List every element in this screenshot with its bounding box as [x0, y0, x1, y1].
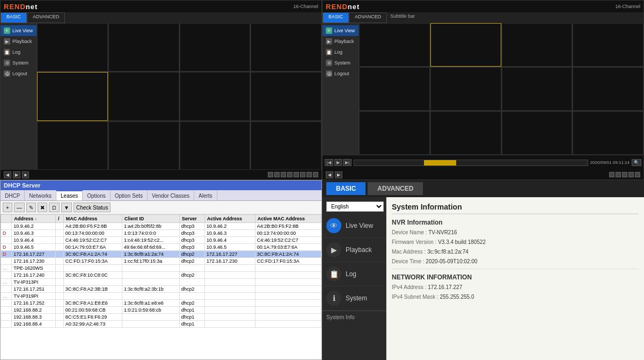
- dhcp-tab-alerts[interactable]: Alerts: [194, 190, 217, 200]
- dhcp-tab-leases[interactable]: Leases: [56, 190, 83, 200]
- layout-btn-6[interactable]: [300, 172, 305, 177]
- nvr-nav-system-1[interactable]: ⚙ System: [1, 57, 36, 68]
- nvr-prev-btn[interactable]: ◀: [4, 171, 11, 178]
- nvr-nav-system-2[interactable]: ⚙ System: [323, 57, 358, 68]
- log-icon-1: 📋: [4, 49, 10, 55]
- dhcp-table-row[interactable]: 172.16.17.2403C:8C:F8:10:C8:0Cdhcp2: [1, 272, 321, 279]
- layout-btn-8[interactable]: [313, 172, 318, 177]
- nvr-info-nav-system[interactable]: ℹ System: [322, 286, 386, 311]
- col-address[interactable]: Address ↕: [12, 215, 56, 223]
- dhcp-table-row[interactable]: D172.16.17.2273C:8C:F8:A1:2A:741:3c:8cf8…: [1, 251, 321, 258]
- col-server[interactable]: Server: [179, 215, 204, 223]
- nvr-panel-2: RENDnet 16-Channel BASIC ADVANCED Subtit…: [322, 0, 644, 180]
- nvr2-btn[interactable]: ◀: [326, 171, 333, 178]
- firmware-value: V3.3.4 build 180522: [438, 239, 486, 245]
- nvr-tab-basic-1[interactable]: BASIC: [1, 12, 27, 23]
- layout-btn-5[interactable]: [294, 172, 299, 177]
- dhcp-add-btn[interactable]: +: [3, 203, 12, 212]
- nvr-nav-live-view-1[interactable]: 👁 Live View: [1, 25, 36, 36]
- col-mac[interactable]: MAC Address: [63, 215, 122, 223]
- dhcp-table-row[interactable]: D10.9.46.500:1A:79:03:E7:6A49:6e:66:6f:6…: [1, 244, 321, 251]
- nvr-cell: [180, 72, 251, 120]
- dhcp-tab-option-sets[interactable]: Option Sets: [111, 190, 148, 200]
- layout-btn-a[interactable]: [609, 172, 614, 177]
- layout-btn-1[interactable]: [268, 172, 273, 177]
- col-client-id[interactable]: Client ID: [122, 215, 179, 223]
- dhcp-table-row[interactable]: …TV-IP313PI: [1, 279, 321, 286]
- language-select[interactable]: English: [326, 201, 384, 212]
- layout-btn-4[interactable]: [287, 172, 292, 177]
- system-info-title: System Information: [392, 203, 639, 214]
- layout-btn-d[interactable]: [628, 172, 634, 177]
- nvr-info-nav-playback[interactable]: ▶ Playback: [322, 238, 386, 262]
- dhcp-tab-options[interactable]: Options: [83, 190, 110, 200]
- nvr-info-tab-basic[interactable]: BASIC: [326, 182, 365, 195]
- dhcp-table-row[interactable]: 192.168.88.4A0:32:99:A2:46:73dhcp1: [1, 321, 321, 328]
- nvr-tab-advanced-1[interactable]: ADVANCED: [27, 12, 65, 23]
- dhcp-table-row[interactable]: 10.9.46.2A4:2B:B0:F5:F2:8B1:a4:2b:b0f5f2…: [1, 223, 321, 230]
- dhcp-tab-dhcp[interactable]: DHCP: [1, 190, 25, 200]
- nvr2-playback-controls: |◀ ▶ ▶|: [325, 159, 352, 166]
- layout-btn-2[interactable]: [274, 172, 280, 177]
- dhcp-table-row[interactable]: 172.16.17.2523C:8C:F8:A1:E8:E61:3c:8cf8:…: [1, 300, 321, 307]
- log-label: Log: [346, 270, 356, 278]
- dhcp-tab-vendor-classes[interactable]: Vendor Classes: [148, 190, 194, 200]
- timeline-bar[interactable]: [354, 160, 588, 166]
- layout-btn-c[interactable]: [622, 172, 627, 177]
- dhcp-table-row[interactable]: 172.16.17.2513C:8C:F8:A2:3B:1B1:3c:8cf8:…: [1, 286, 321, 293]
- dhcp-copy-btn[interactable]: 🗋: [49, 203, 60, 212]
- nvr-grid-1: [37, 23, 321, 170]
- timeline-play-btn[interactable]: ▶: [334, 159, 342, 166]
- layout-btn-e[interactable]: [635, 172, 640, 177]
- dhcp-table-row[interactable]: 192.168.88.38C:C5:E1:F6:F6:29dhcp1: [1, 314, 321, 321]
- nvr-nav-logout-1[interactable]: ⏻ Logout: [1, 68, 36, 79]
- nvr-stop-btn[interactable]: ■: [22, 171, 29, 178]
- nvr-layout-btns: [268, 172, 318, 177]
- nvr-tab-advanced-2[interactable]: ADVANCED: [349, 12, 387, 23]
- layout-btn-3[interactable]: [281, 172, 286, 177]
- nvr-nav-playback-1[interactable]: ▶ Playback: [1, 36, 36, 47]
- nvr-channel-1: 16-Channel: [293, 4, 318, 9]
- nvr-cell-highlighted: [430, 23, 501, 67]
- dhcp-edit-btn[interactable]: ✎: [26, 203, 36, 212]
- nvr-cell: [573, 67, 643, 111]
- nvr-cell: [251, 72, 321, 120]
- nvr-info-tab-advanced[interactable]: ADVANCED: [368, 182, 423, 195]
- dhcp-table-row[interactable]: 10.9.46.4C4:46:19:52:C2:C71:c4:46:19:52:…: [1, 237, 321, 244]
- col-active-mac[interactable]: Active MAC Address: [255, 215, 321, 223]
- timeline-next-btn[interactable]: ▶|: [343, 159, 352, 166]
- nvr2-time: 2020/09/01 09:11:14: [590, 160, 630, 165]
- dhcp-delete-btn[interactable]: ✖: [38, 203, 47, 212]
- dhcp-table-row[interactable]: D10.9.46.300:13:74:00:00:001:0:13:74:0:0…: [1, 230, 321, 237]
- dhcp-remove-btn[interactable]: —: [14, 203, 25, 212]
- layout-btn-7[interactable]: [306, 172, 312, 177]
- nvr-nav-log-1[interactable]: 📋 Log: [1, 47, 36, 57]
- dhcp-table-row[interactable]: 192.168.88.200:21:00:59:68:CB1:0:21:0:59…: [1, 307, 321, 314]
- dhcp-tab-networks[interactable]: Networks: [25, 190, 56, 200]
- timeline-zoom-btn[interactable]: 🔍: [632, 159, 641, 166]
- dhcp-table-row[interactable]: …TPE-1620WS: [1, 265, 321, 272]
- nvr-next-btn[interactable]: ▶: [13, 171, 20, 178]
- dhcp-tabs: DHCP Networks Leases Options Option Sets…: [1, 190, 321, 201]
- nvr2-btn[interactable]: ▶: [335, 171, 342, 178]
- nvr-nav-live-view-2[interactable]: 👁 Live View: [323, 25, 358, 36]
- nvr-nav-log-2[interactable]: 📋 Log: [323, 47, 358, 57]
- nvr-nav-logout-2[interactable]: ⏻ Logout: [323, 68, 358, 79]
- nvr-tab-basic-2[interactable]: BASIC: [323, 12, 349, 23]
- timeline-prev-btn[interactable]: |◀: [325, 159, 333, 166]
- nvr-body-1: 👁 Live View ▶ Playback 📋 Log ⚙ System ⏻ …: [1, 23, 321, 170]
- dhcp-table-row[interactable]: 172.16.17.230CC:FD:17:F0:15:3A1:cc:fd:17…: [1, 258, 321, 265]
- col-active-addr[interactable]: Active Address: [204, 215, 255, 223]
- nvr-nav-playback-2[interactable]: ▶ Playback: [323, 36, 358, 47]
- system-info-link[interactable]: System Info: [322, 311, 386, 323]
- dhcp-check-status-btn[interactable]: Check Status: [74, 203, 111, 212]
- layout-btn-b[interactable]: [616, 172, 621, 177]
- dhcp-table-row[interactable]: …TV-IP319PI: [1, 293, 321, 300]
- nvr-info-nav-log[interactable]: 📋 Log: [322, 262, 386, 286]
- nvr-tabs-2: BASIC ADVANCED Subtitle bar: [323, 12, 643, 23]
- nvr-cell: [180, 23, 251, 71]
- dhcp-filter-btn[interactable]: ▼: [61, 203, 72, 212]
- nvr-info-nav-live-view[interactable]: 👁 Live View: [322, 214, 386, 238]
- eye-icon-1: 👁: [4, 27, 10, 34]
- nvr-cell: [573, 111, 643, 155]
